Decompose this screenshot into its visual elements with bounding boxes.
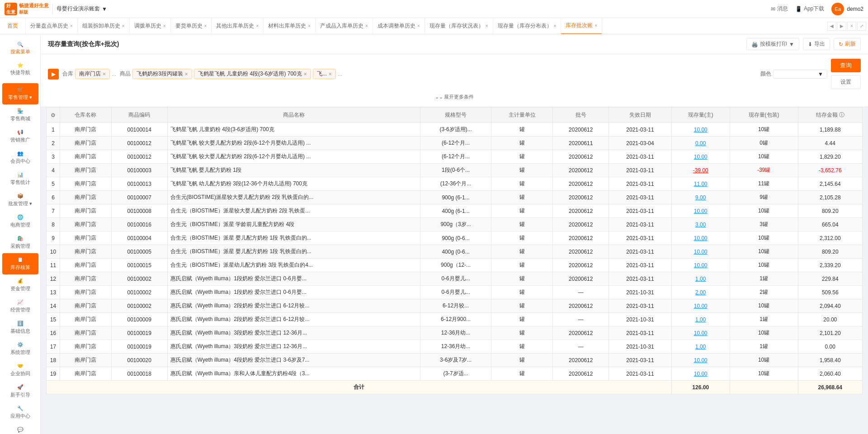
export-btn[interactable]: ⬇ 导出: [803, 38, 830, 50]
sidebar-item-retail-stats[interactable]: 📊 零售统计: [2, 168, 38, 189]
product-tag-2[interactable]: 飞鹤星飞帆 儿童奶粉 4段(3-6岁适用) 700克 ×: [194, 69, 311, 79]
sidebar-item-apps[interactable]: 🔧 应用中心: [2, 402, 38, 423]
warehouse-tag-close[interactable]: ×: [103, 71, 106, 77]
row-qty-main[interactable]: 1.00: [671, 340, 730, 354]
nav-tab-7[interactable]: 产成品入库单历史 ×: [316, 18, 373, 34]
tab-10-close[interactable]: ×: [554, 24, 557, 28]
row-qty-main[interactable]: 11.00: [671, 177, 730, 191]
row-qty-main[interactable]: 0.00: [671, 137, 730, 150]
tab-next-btn[interactable]: ▶: [837, 22, 846, 31]
sidebar-item-retail-mall[interactable]: 🏪 零售商城: [2, 104, 38, 126]
row-qty-main[interactable]: 10.00: [671, 150, 730, 164]
sidebar-item-enterprise[interactable]: 🤝 企业协同: [2, 359, 38, 381]
sidebar-item-ecommerce[interactable]: 🌐 电商管理: [2, 211, 38, 232]
sidebar-item-wholesale[interactable]: 📦 批发管理 ▾: [2, 189, 38, 211]
expand-more-label: 展开更多条件: [444, 94, 474, 100]
tab-6-close[interactable]: ×: [308, 24, 311, 28]
row-qty-main[interactable]: 2.00: [671, 286, 730, 299]
nav-tab-6[interactable]: 材料出库单历史 ×: [264, 18, 316, 34]
row-qty-main[interactable]: 1.00: [671, 272, 730, 286]
tab-4-close[interactable]: ×: [204, 24, 207, 28]
sidebar-quick[interactable]: ⭐ 快捷导航: [2, 59, 38, 80]
sidebar-item-inventory[interactable]: 📋 库存核算: [2, 253, 38, 274]
row-qty-main[interactable]: 10.00: [671, 299, 730, 313]
col-settings[interactable]: ⚙: [47, 108, 60, 123]
app-download-btn[interactable]: 📱 App下载: [795, 5, 824, 13]
filter-expand-btn[interactable]: ▶: [48, 69, 59, 80]
row-qty-main[interactable]: 10.00: [671, 367, 730, 381]
product-tag-3-close[interactable]: ×: [329, 71, 332, 77]
warehouse-more[interactable]: ...: [112, 71, 116, 77]
sidebar-item-finance[interactable]: 💰 资金管理: [2, 274, 38, 296]
nav-tab-4[interactable]: 要货单历史 ×: [171, 18, 212, 34]
print-label: 按模板打印: [760, 40, 787, 48]
print-btn[interactable]: 🖨️ 按模板打印 ▼: [746, 38, 799, 50]
user-area[interactable]: Ea demo2: [831, 3, 863, 15]
expand-more-btn[interactable]: ⌄⌄ 展开更多条件: [48, 92, 861, 102]
color-dropdown[interactable]: ▼: [773, 70, 827, 79]
row-qty-main[interactable]: 1.00: [671, 313, 730, 326]
sidebar-item-guide[interactable]: 🚀 新手引导: [2, 381, 38, 402]
row-qty-main[interactable]: 9.00: [671, 191, 730, 204]
row-spec: 0-6月婴儿...: [420, 286, 491, 299]
sidebar-item-retail-mgmt[interactable]: 🛒 零售管理 ▾: [2, 83, 38, 104]
tab-prev-btn[interactable]: ◀: [827, 22, 836, 31]
query-btn[interactable]: 查询: [831, 59, 861, 72]
sidebar-item-operations[interactable]: 📈 经营管理: [2, 296, 38, 317]
nav-tab-home[interactable]: 首页: [0, 18, 26, 34]
nav-tab-11[interactable]: 库存批次账 ×: [561, 18, 602, 34]
tab-7-close[interactable]: ×: [365, 24, 368, 28]
row-qty-pack: 10罐: [730, 245, 798, 259]
row-qty-main[interactable]: 10.00: [671, 204, 730, 218]
sidebar-search[interactable]: 🔍 搜索菜单: [2, 38, 38, 59]
nav-tab-9[interactable]: 现存量（库存状况表） ×: [425, 18, 493, 34]
maximize-btn[interactable]: ⤢: [857, 22, 866, 31]
sidebar-item-system[interactable]: ⚙️ 系统管理: [2, 338, 38, 359]
tab-1-close[interactable]: ×: [70, 24, 73, 28]
product-tag-1-close[interactable]: ×: [185, 71, 188, 77]
product-more[interactable]: ...: [338, 71, 342, 77]
row-qty-main[interactable]: 10.00: [671, 231, 730, 245]
row-no: 10: [47, 245, 60, 259]
sidebar-item-purchase[interactable]: 🛍️ 采购管理: [2, 232, 38, 253]
nav-tab-3[interactable]: 调拨单历史 ×: [130, 18, 171, 34]
row-qty-main[interactable]: 10.00: [671, 354, 730, 367]
tab-8-close[interactable]: ×: [417, 24, 420, 28]
row-qty-main[interactable]: 10.00: [671, 259, 730, 272]
col-unit: 主计量单位: [491, 108, 553, 123]
nav-tab-2[interactable]: 组装拆卸单历史 ×: [78, 18, 130, 34]
tab-2-close[interactable]: ×: [122, 24, 125, 28]
product-tag-1[interactable]: 飞鹤奶粉3段丙罐装 ×: [132, 69, 192, 79]
message-btn[interactable]: ✉ 消息: [771, 5, 788, 13]
nav-tab-10[interactable]: 现存量（库存分布表） ×: [493, 18, 561, 34]
sidebar-item-wechat[interactable]: 💬 企业微信: [2, 423, 38, 434]
nav-tab-1[interactable]: 分量盘点单历史 ×: [26, 18, 78, 34]
row-warehouse: 南岸门店: [60, 245, 112, 259]
apps-label: 应用中心: [10, 413, 30, 420]
row-qty-main[interactable]: -39.00: [671, 164, 730, 177]
close-all-tabs-btn[interactable]: ×: [847, 22, 856, 31]
product-tag-2-close[interactable]: ×: [304, 71, 307, 77]
row-qty-main[interactable]: 3.00: [671, 218, 730, 231]
sidebar-item-membership[interactable]: 👥 会员中心: [2, 147, 38, 168]
nav-tab-8[interactable]: 成本调整单历史 ×: [373, 18, 425, 34]
row-qty-main[interactable]: 10.00: [671, 123, 730, 137]
tab-3-close[interactable]: ×: [163, 24, 166, 28]
row-qty-main[interactable]: 10.00: [671, 326, 730, 340]
tab-11-close[interactable]: ×: [594, 23, 597, 28]
sidebar-item-basic-info[interactable]: ℹ️ 基础信息: [2, 317, 38, 338]
sidebar-item-marketing[interactable]: 📢 营销推广: [2, 126, 38, 147]
row-no: 15: [47, 313, 60, 326]
settings-btn[interactable]: 设置: [831, 75, 861, 89]
row-qty-main[interactable]: 10.00: [671, 245, 730, 259]
warehouse-tag[interactable]: 南岸门店 ×: [75, 69, 110, 79]
tab-5-close[interactable]: ×: [256, 24, 259, 28]
tab-9-close[interactable]: ×: [486, 24, 488, 28]
inventory-icon: 📋: [17, 257, 24, 263]
nav-tab-5[interactable]: 其他出库单历史 ×: [212, 18, 264, 34]
industry-selector[interactable]: 母婴行业演示账套 ▼: [57, 5, 107, 13]
membership-label: 会员中心: [10, 158, 30, 165]
product-tag-3[interactable]: 飞... ×: [313, 69, 336, 79]
row-name: 惠氏启赋（Wyeth illuma）1段奶粉 爱尔兰进口 0-6月婴...: [167, 272, 420, 286]
refresh-btn[interactable]: ↻ 刷新: [834, 38, 861, 50]
